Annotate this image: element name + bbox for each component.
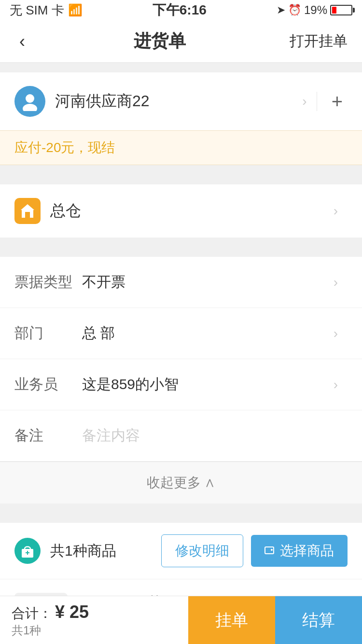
- wifi-icon: 📶: [68, 3, 83, 17]
- form-section: 票据类型 不开票 › 部门 总 部 › 业务员 这是859的小智 › 备注 备注…: [0, 257, 362, 504]
- remark-placeholder: 备注内容: [82, 426, 334, 446]
- edit-detail-button[interactable]: 修改明细: [161, 534, 243, 567]
- total-amount: ¥ 25: [55, 602, 89, 622]
- warehouse-row[interactable]: 总仓 ›: [0, 184, 362, 238]
- supplier-section: 河南供应商22 › + 应付-20元，现结: [0, 72, 362, 165]
- status-time: 下午6:16: [153, 1, 207, 19]
- status-left: 无 SIM 卡 📶: [10, 2, 83, 19]
- hang-order-button[interactable]: 挂单: [188, 596, 275, 644]
- warehouse-icon: [14, 198, 41, 224]
- status-bar: 无 SIM 卡 📶 下午6:16 ➤ ⏰ 19%: [0, 0, 362, 20]
- salesperson-value: 这是859的小智: [82, 375, 334, 394]
- bottom-bar: 合计： ¥ 25 共1种 挂单 结算: [0, 596, 362, 644]
- warehouse-name: 总仓: [50, 200, 334, 222]
- gap3: [0, 247, 362, 257]
- nav-bar: ‹ 进货单 打开挂单: [0, 20, 362, 63]
- supplier-name: 河南供应商22: [55, 91, 302, 112]
- gap2: [0, 175, 362, 184]
- battery-fill: [332, 7, 337, 14]
- remark-label: 备注: [14, 426, 82, 446]
- chevron-dept-icon: ›: [334, 326, 338, 341]
- dept-value: 总 部: [82, 323, 334, 343]
- add-supplier-button[interactable]: +: [327, 91, 348, 112]
- carrier-label: 无 SIM 卡: [10, 2, 64, 19]
- product-count: 共1种商品: [50, 541, 161, 561]
- svg-rect-3: [25, 212, 30, 218]
- notice-banner: 应付-20元，现结: [0, 130, 362, 165]
- select-product-button[interactable]: 选择商品: [251, 535, 348, 567]
- supplier-row[interactable]: 河南供应商22 › +: [0, 72, 362, 130]
- gap1: [0, 63, 362, 72]
- open-pending-button[interactable]: 打开挂单: [290, 31, 348, 51]
- svg-point-1: [23, 104, 37, 111]
- battery-icon: [330, 5, 352, 15]
- chevron-salesperson-icon: ›: [334, 377, 338, 392]
- form-row-salesperson[interactable]: 业务员 这是859的小智 ›: [0, 359, 362, 410]
- total-section: 合计： ¥ 25 共1种: [0, 596, 188, 644]
- total-count: 共1种: [12, 623, 177, 638]
- dept-label: 部门: [14, 323, 82, 343]
- select-product-icon: [265, 545, 276, 557]
- collapse-button[interactable]: 收起更多 ∧: [0, 462, 362, 504]
- supplier-avatar: [14, 86, 45, 117]
- ticket-value: 不开票: [82, 272, 334, 292]
- gap4: [0, 513, 362, 523]
- chevron-right-icon: ›: [302, 94, 306, 109]
- svg-point-0: [26, 94, 34, 103]
- location-icon: ➤: [277, 4, 285, 16]
- battery-percent: 19%: [304, 3, 327, 17]
- status-right: ➤ ⏰ 19%: [277, 3, 352, 17]
- page-title: 进货单: [134, 29, 186, 53]
- total-label: 合计：: [12, 604, 52, 623]
- back-button[interactable]: ‹: [14, 27, 30, 56]
- chevron-ticket-icon: ›: [334, 275, 338, 290]
- warehouse-section: 总仓 ›: [0, 184, 362, 238]
- checkout-button[interactable]: 结算: [275, 596, 362, 644]
- form-row-remark[interactable]: 备注 备注内容 ›: [0, 410, 362, 462]
- product-header: 共1种商品 修改明细 选择商品: [0, 523, 362, 579]
- bag-icon: [20, 543, 35, 559]
- chevron-right-warehouse-icon: ›: [334, 203, 338, 219]
- form-row-ticket[interactable]: 票据类型 不开票 ›: [0, 257, 362, 308]
- vertical-divider: [317, 92, 317, 111]
- salesperson-label: 业务员: [14, 375, 82, 394]
- product-icon-wrap: [14, 538, 41, 564]
- form-row-dept[interactable]: 部门 总 部 ›: [0, 308, 362, 359]
- house-icon: [20, 203, 35, 219]
- ticket-label: 票据类型: [14, 272, 82, 292]
- alarm-icon: ⏰: [288, 4, 301, 16]
- select-product-label: 选择商品: [280, 542, 334, 560]
- person-icon: [20, 92, 40, 111]
